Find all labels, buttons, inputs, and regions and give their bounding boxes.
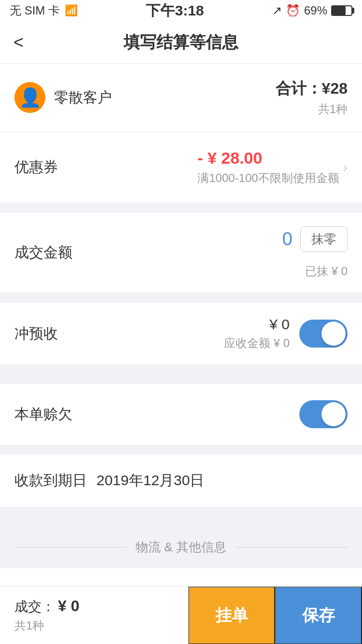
battery-percent: 69% (304, 4, 327, 17)
section-divider-2 (0, 374, 362, 384)
round-zero-button[interactable]: 抹零 (300, 226, 348, 252)
sim-status: 无 SIM 卡 (10, 3, 60, 18)
status-time: 下午3:18 (146, 1, 204, 21)
bottom-count: 共1种 (14, 618, 174, 633)
bottom-info: 成交： ¥ 0 共1种 (0, 597, 188, 633)
back-button[interactable]: < (14, 32, 24, 53)
pending-button[interactable]: 挂单 (188, 587, 275, 644)
main-content: 👤 零散客户 合计：¥28 共1种 优惠券 - ¥ 28.00 满1000-10… (0, 64, 362, 644)
avatar-icon: 👤 (19, 87, 42, 108)
nav-bar: < 填写结算等信息 (0, 21, 362, 64)
due-date-label: 收款到期日 (14, 471, 87, 490)
deal-amount-label: 成交金额 (14, 243, 72, 263)
coupon-section[interactable]: 优惠券 - ¥ 28.00 满1000-100不限制使用金额 › (0, 132, 362, 202)
coupon-right: - ¥ 28.00 满1000-100不限制使用金额 › (197, 149, 348, 186)
wifi-icon: 📶 (65, 4, 78, 17)
status-left: 无 SIM 卡 📶 (10, 3, 78, 18)
page-title: 填写结算等信息 (124, 31, 238, 54)
prepayment-toggle[interactable] (299, 320, 348, 348)
status-right: ↗ ⏰ 69% (272, 4, 352, 17)
customer-left: 👤 零散客户 (14, 82, 112, 113)
bottom-bar: 成交： ¥ 0 共1种 挂单 保存 (0, 586, 362, 644)
total-amount: 合计：¥28 (276, 78, 348, 99)
battery-icon (331, 5, 352, 16)
avatar: 👤 (14, 82, 45, 113)
divider-line-right (236, 547, 348, 547)
customer-name: 零散客户 (54, 88, 112, 108)
section-divider-1 (0, 203, 362, 213)
prepayment-label: 冲预收 (14, 324, 58, 344)
coupon-description: 满1000-100不限制使用金额 (197, 170, 339, 186)
due-date-row: 收款到期日 2019年12月30日 (0, 454, 362, 507)
arrear-row: 本单赊欠 (0, 384, 362, 445)
prepayment-sub-value: 应收金额 ¥ 0 (224, 336, 290, 351)
prepayment-row: 冲预收 ¥ 0 应收金额 ¥ 0 (0, 303, 362, 364)
arrear-label: 本单赊欠 (14, 405, 72, 424)
section-divider-3 (0, 517, 362, 526)
location-icon: ↗ (272, 4, 282, 17)
arrear-toggle[interactable] (299, 400, 348, 428)
divider-line-left (14, 547, 126, 547)
toggle-knob (321, 322, 346, 346)
due-date-value: 2019年12月30日 (97, 471, 204, 490)
coupon-label: 优惠券 (14, 157, 58, 177)
prepayment-values: ¥ 0 应收金额 ¥ 0 (224, 316, 290, 351)
status-bar: 无 SIM 卡 📶 下午3:18 ↗ ⏰ 69% (0, 0, 362, 21)
already-erased-text: 已抹 ¥ 0 (305, 264, 348, 279)
alarm-icon: ⏰ (286, 4, 300, 17)
prepayment-main-value: ¥ 0 (224, 316, 290, 333)
bottom-deal-label: 成交： (14, 598, 55, 616)
deal-amount-row: 成交金额 0 抹零 已抹 ¥ 0 (0, 213, 362, 293)
logistics-section: 物流 & 其他信息 (0, 526, 362, 568)
coupon-chevron-icon: › (343, 160, 348, 175)
total-count: 共1种 (276, 101, 348, 117)
logistics-divider-text: 物流 & 其他信息 (136, 539, 226, 556)
deal-amount-value[interactable]: 0 (282, 229, 292, 250)
customer-row: 👤 零散客户 合计：¥28 共1种 (0, 64, 362, 131)
bottom-deal-amount: ¥ 0 (58, 597, 79, 615)
arrear-toggle-knob (321, 402, 346, 426)
save-button[interactable]: 保存 (275, 587, 362, 644)
customer-right: 合计：¥28 共1种 (276, 78, 348, 117)
coupon-amount: - ¥ 28.00 (197, 149, 339, 168)
